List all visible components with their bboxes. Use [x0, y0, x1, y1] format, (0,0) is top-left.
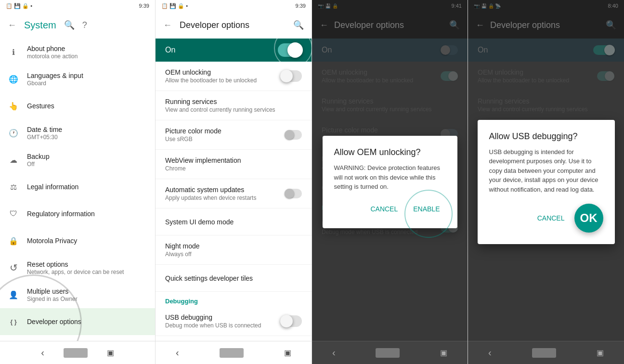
developer-options-text: Developer options: [27, 318, 147, 325]
sidebar-item-system-updates[interactable]: 📲 System updates Updated to Android 9: [0, 335, 155, 341]
oem-toggle-knob: [280, 70, 293, 82]
setting-webview[interactable]: WebView implementation Chrome: [156, 150, 312, 179]
usb-dialog-body: USB debugging is intended for developmen…: [489, 147, 603, 195]
setting-running-services[interactable]: Running services View and control curren…: [156, 91, 312, 120]
gestures-icon: 👆: [8, 100, 19, 112]
nav-recents-p4[interactable]: ▣: [597, 348, 604, 357]
oem-dialog-actions: Cancel Enable: [334, 201, 446, 217]
nav-recents-p3[interactable]: ▣: [440, 348, 447, 357]
gestures-text: Gestures: [27, 102, 147, 110]
usb-dialog-actions: Cancel OK: [489, 204, 603, 233]
panel-system-settings: 📋 💾 🔒 • 9:39 ← System 🔍 ? ℹ About phone …: [0, 0, 156, 364]
oem-enable-button[interactable]: Enable: [407, 201, 445, 217]
panel1-header: ← System 🔍 ?: [0, 12, 155, 39]
oem-dialog-body: WARNING: Device protection features will…: [334, 163, 446, 192]
nav-home-p3[interactable]: [376, 348, 400, 358]
nav-recents-p2[interactable]: ▣: [284, 348, 291, 357]
datetime-text: Date & time GMT+05:30: [27, 126, 147, 141]
languages-icon: 🌐: [8, 73, 19, 85]
oem-dialog-title: Allow OEM unlocking?: [334, 147, 446, 157]
developer-icon: { }: [8, 316, 19, 327]
panel-developer-options: 📋 💾 🔒 • 9:39 ← Developer options 🔍 On OE…: [156, 0, 312, 364]
status-bar-panel2: 📋 💾 🔒 • 9:39: [156, 0, 312, 12]
nav-home-p2[interactable]: [220, 348, 244, 358]
webview-text: WebView implementation Chrome: [165, 156, 241, 172]
picture-color-knob: [285, 130, 294, 140]
usb-dialog-box: Allow USB debugging? USB debugging is in…: [478, 120, 615, 245]
panel1-title: System: [24, 20, 56, 31]
system-ui-demo-text: System UI demo mode: [165, 218, 234, 226]
auto-updates-knob: [285, 189, 294, 198]
sidebar-item-reset[interactable]: ↺ Reset options Network, apps, or device…: [0, 254, 155, 281]
debugging-section-label: Debugging: [156, 292, 312, 307]
oem-dialog-overlay: Allow OEM unlocking? WARNING: Device pro…: [312, 0, 468, 364]
nav-back-p4[interactable]: ‹: [488, 347, 492, 358]
sidebar-item-languages[interactable]: 🌐 Languages & input Gboard: [0, 65, 155, 92]
panel-usb-dialog: 📷 💾 🔒 📡 8:40 ← Developer options 🔍 On OE…: [468, 0, 624, 364]
sidebar-item-motorola-privacy[interactable]: 🔒 Motorola Privacy: [0, 227, 155, 254]
oem-dialog-box: Allow OEM unlocking? WARNING: Device pro…: [323, 136, 457, 228]
nav-back-p1[interactable]: ‹: [41, 347, 44, 358]
oem-unlocking-toggle[interactable]: [281, 70, 302, 82]
reset-icon: ↺: [8, 262, 19, 273]
backup-icon: ☁: [8, 154, 19, 166]
panel2-title: Developer options: [180, 20, 286, 30]
nav-home-p1[interactable]: [64, 348, 88, 358]
nav-back-p3[interactable]: ‹: [332, 347, 336, 358]
nav-recents-p1[interactable]: ▣: [107, 348, 114, 357]
regulatory-text: Regulatory information: [27, 210, 147, 218]
setting-system-ui-demo[interactable]: System UI demo mode: [156, 208, 312, 235]
backup-text: Backup Off: [27, 153, 147, 168]
about-phone-label: About phone: [27, 45, 147, 52]
running-services-text: Running services View and control curren…: [165, 98, 275, 113]
setting-quick-settings-tiles[interactable]: Quick settings developer tiles: [156, 265, 312, 292]
auto-updates-toggle[interactable]: [285, 189, 302, 198]
nav-back-p2[interactable]: ‹: [176, 347, 179, 358]
sidebar-item-regulatory[interactable]: 🛡 Regulatory information: [0, 200, 155, 227]
status-icons-p2-left: 📋 💾 🔒 •: [161, 3, 188, 9]
oem-cancel-button[interactable]: Cancel: [364, 201, 403, 217]
back-icon-p2[interactable]: ←: [163, 20, 172, 30]
sidebar-item-users[interactable]: 👤 Multiple users Signed in as Owner: [0, 281, 155, 308]
status-icons-left: 📋 💾 🔒 •: [6, 3, 32, 9]
sidebar-list: ℹ About phone motorola one action 🌐 Lang…: [0, 39, 155, 341]
sidebar-item-gestures[interactable]: 👆 Gestures: [0, 92, 155, 119]
usb-debug-knob: [280, 315, 293, 327]
setting-night-mode[interactable]: Night mode Always off: [156, 235, 312, 265]
sidebar-item-developer-options[interactable]: { } Developer options: [0, 308, 155, 335]
languages-text: Languages & input Gboard: [27, 72, 147, 87]
auto-updates-text: Automatic system updates Apply updates w…: [165, 186, 256, 201]
help-icon-p1[interactable]: ?: [82, 20, 87, 30]
usb-ok-button[interactable]: OK: [574, 204, 603, 233]
users-text: Multiple users Signed in as Owner: [27, 287, 147, 302]
usb-dialog-title: Allow USB debugging?: [489, 131, 603, 142]
users-icon: 👤: [8, 289, 19, 300]
panel2-header: ← Developer options 🔍: [156, 12, 312, 39]
setting-oem-unlocking[interactable]: OEM unlocking Allow the bootloader to be…: [156, 62, 312, 91]
panel3-content: 📷 💾 🔒 9:41 ← Developer options 🔍 On OEM …: [312, 0, 468, 364]
night-mode-text: Night mode Always off: [165, 242, 200, 258]
sidebar-item-legal[interactable]: ⚖ Legal information: [0, 173, 155, 200]
picture-color-text: Picture color mode Use sRGB: [165, 127, 221, 143]
usb-cancel-button[interactable]: Cancel: [532, 210, 571, 226]
picture-color-toggle[interactable]: [285, 130, 302, 140]
status-time-p1: 9:39: [139, 3, 149, 9]
legal-icon: ⚖: [8, 181, 19, 193]
usb-debugging-toggle[interactable]: [281, 315, 302, 327]
setting-picture-color[interactable]: Picture color mode Use sRGB: [156, 120, 312, 150]
sidebar-item-backup[interactable]: ☁ Backup Off: [0, 146, 155, 173]
search-icon-p1[interactable]: 🔍: [64, 20, 75, 30]
search-icon-p2[interactable]: 🔍: [293, 20, 304, 30]
status-time-p2: 9:39: [296, 3, 306, 9]
sidebar-item-about-phone[interactable]: ℹ About phone motorola one action: [0, 39, 155, 65]
setting-auto-updates[interactable]: Automatic system updates Apply updates w…: [156, 179, 312, 208]
setting-usb-debugging[interactable]: USB debugging Debug mode when USB is con…: [156, 307, 312, 336]
privacy-icon: 🔒: [8, 235, 19, 247]
setting-revoke-usb[interactable]: Revoke USB debugging authorizations: [156, 336, 312, 341]
sidebar-item-datetime[interactable]: 🕐 Date & time GMT+05:30: [0, 119, 155, 146]
back-icon-p1[interactable]: ←: [8, 20, 16, 30]
nav-home-p4[interactable]: [532, 348, 556, 358]
legal-text: Legal information: [27, 183, 147, 191]
dev-on-toggle[interactable]: [278, 43, 302, 57]
about-phone-icon: ℹ: [8, 46, 19, 58]
